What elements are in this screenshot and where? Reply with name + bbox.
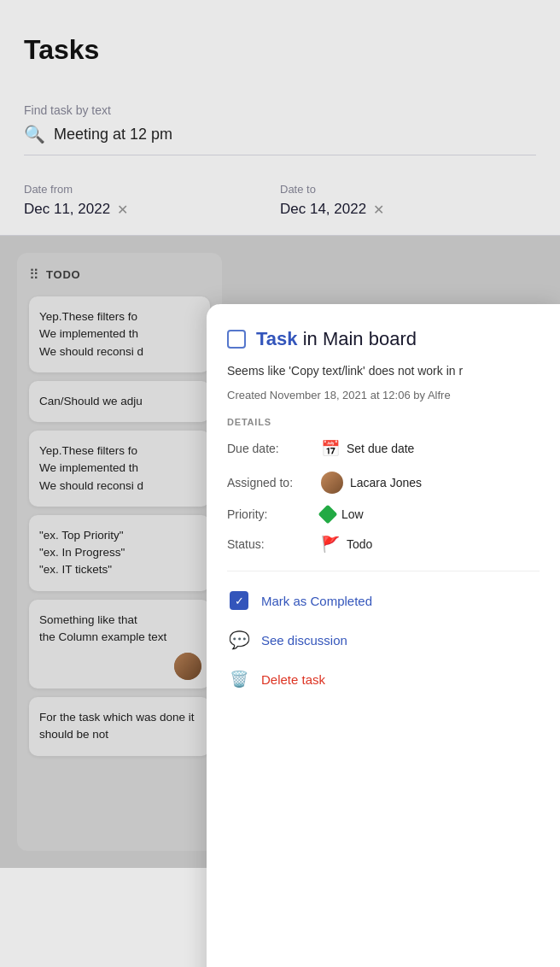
- priority-row: Priority: Low: [227, 507, 540, 521]
- chat-icon: 💬: [229, 630, 250, 650]
- status-value[interactable]: 🚩 Todo: [321, 535, 372, 554]
- see-discussion-action[interactable]: 💬 See discussion: [227, 628, 540, 652]
- mark-completed-label: Mark as Completed: [261, 594, 372, 608]
- date-from-value-row: Dec 11, 2022 ✕: [24, 201, 280, 218]
- assignee-name: Lacara Jones: [350, 476, 422, 489]
- search-input-row: 🔍: [24, 124, 536, 155]
- status-label: Status:: [227, 537, 321, 551]
- details-label: DETAILS: [227, 417, 540, 427]
- task-checkbox[interactable]: [227, 330, 246, 349]
- date-to-filter: Date to Dec 14, 2022 ✕: [280, 183, 536, 218]
- status-flag-icon: 🚩: [321, 535, 340, 554]
- date-from-label: Date from: [24, 183, 280, 196]
- date-filter-section: Date from Dec 11, 2022 ✕ Date to Dec 14,…: [0, 169, 560, 236]
- see-discussion-label: See discussion: [261, 633, 347, 648]
- modal-task-description: Seems like 'Copy text/link' does not wor…: [227, 362, 540, 380]
- date-from-filter: Date from Dec 11, 2022 ✕: [24, 183, 280, 218]
- check-completed-icon: ✓: [230, 591, 248, 610]
- clear-date-from-icon[interactable]: ✕: [117, 202, 128, 218]
- assigned-label: Assigned to:: [227, 476, 321, 489]
- search-label: Find task by text: [24, 103, 536, 117]
- task-title-suffix: in Main board: [303, 328, 417, 349]
- status-row: Status: 🚩 Todo: [227, 535, 540, 554]
- task-title-word: Task: [256, 328, 298, 349]
- search-section: Find task by text 🔍: [0, 103, 560, 169]
- calendar-icon: 📅: [321, 439, 340, 458]
- priority-value[interactable]: Low: [321, 507, 364, 521]
- mark-completed-icon-wrap: ✓: [227, 589, 251, 612]
- modal-task-header: Task in Main board: [227, 328, 540, 350]
- assignee-avatar: [321, 472, 343, 494]
- due-date-value[interactable]: 📅 Set due date: [321, 439, 414, 458]
- search-icon: 🔍: [24, 124, 45, 144]
- board-area: ⠿ TODO Yep.These filters foWe implemente…: [0, 236, 560, 868]
- header-section: Tasks: [0, 0, 560, 103]
- date-to-label: Date to: [280, 183, 536, 196]
- assigned-to-row: Assigned to: Lacara Jones: [227, 472, 540, 494]
- due-date-text: Set due date: [347, 442, 414, 455]
- mark-completed-action[interactable]: ✓ Mark as Completed: [227, 589, 540, 612]
- priority-label: Priority:: [227, 507, 321, 521]
- modal-panel: Task in Main board Seems like 'Copy text…: [207, 304, 560, 967]
- page-title: Tasks: [24, 34, 536, 66]
- date-to-value-row: Dec 14, 2022 ✕: [280, 201, 536, 218]
- delete-task-icon-wrap: 🗑️: [227, 667, 251, 691]
- delete-task-label: Delete task: [261, 672, 325, 687]
- due-date-row: Due date: 📅 Set due date: [227, 439, 540, 458]
- modal-task-created: Created November 18, 2021 at 12:06 by Al…: [227, 389, 540, 401]
- date-to-value: Dec 14, 2022: [280, 201, 366, 218]
- search-input[interactable]: [54, 126, 536, 144]
- trash-icon: 🗑️: [230, 670, 248, 689]
- delete-task-action[interactable]: 🗑️ Delete task: [227, 667, 540, 691]
- clear-date-to-icon[interactable]: ✕: [373, 202, 384, 218]
- modal-divider: [227, 571, 540, 571]
- assigned-value[interactable]: Lacara Jones: [321, 472, 422, 494]
- date-from-value: Dec 11, 2022: [24, 201, 110, 218]
- priority-icon: [318, 505, 338, 525]
- see-discussion-icon-wrap: 💬: [227, 628, 251, 652]
- status-text: Todo: [347, 537, 372, 551]
- due-date-label: Due date:: [227, 442, 321, 455]
- priority-text: Low: [341, 507, 364, 521]
- page-container: Tasks Find task by text 🔍 Date from Dec …: [0, 0, 560, 967]
- modal-task-title: Task in Main board: [256, 328, 417, 350]
